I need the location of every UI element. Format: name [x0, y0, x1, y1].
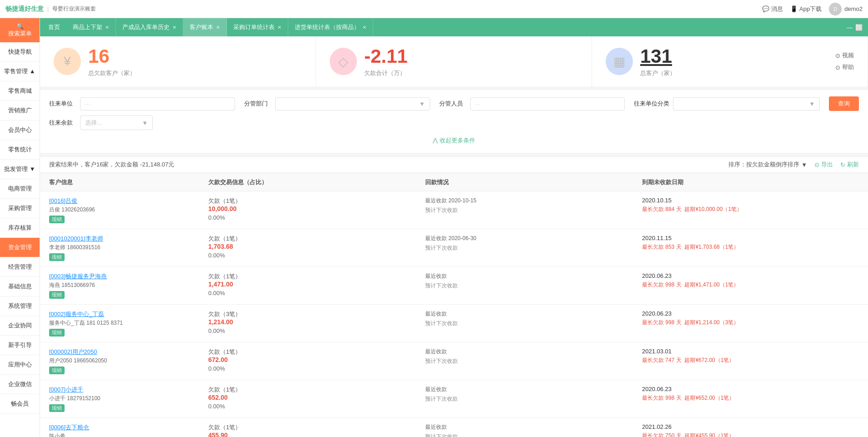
phone-icon: 📱	[790, 5, 798, 12]
sidebar-item-shangcheng[interactable]: 零售商城	[0, 81, 40, 101]
filter-select-bumen[interactable]: ▼	[275, 97, 430, 111]
refresh-icon: ↻	[840, 161, 845, 168]
top-bar-left: 畅捷通好生意 | 母婴行业演示账套	[5, 5, 96, 13]
stats-row: ¥ 16 总欠款客户（家） ◇ -2.11 欠款合计（万）	[40, 36, 868, 86]
table-row: [0006]去下粮仓 陈小希 现销 欠款（1笔） 455.90 0.00% 最近…	[40, 418, 868, 437]
filter-select-yukuan[interactable]: 选择... ▼	[80, 116, 153, 130]
filter-label-bumen: 分管部门	[244, 100, 271, 108]
query-button[interactable]: 查询	[829, 96, 859, 111]
refresh-button[interactable]: ↻ 刷新	[840, 161, 859, 169]
overdue-link-2[interactable]: 超期¥1,471.00（1笔）	[684, 281, 739, 288]
tab-shangpin[interactable]: 商品上下架 ✕	[66, 18, 116, 36]
sidebar-item-changhui[interactable]: 畅会员	[0, 394, 40, 414]
due-overdue-5: 最长欠款 998 天 超期¥652.00（1笔）	[642, 394, 859, 402]
owe-desc-6: 欠款（1笔）	[208, 423, 425, 432]
sidebar-item-lingshoutj[interactable]: 零售统计	[0, 140, 40, 160]
overdue-link-0[interactable]: 超期¥10,000.00（1笔）	[684, 206, 742, 212]
due-overdue-0: 最长欠款 884 天 超期¥10,000.00（1笔）	[642, 206, 859, 213]
sidebar-item-qiye[interactable]: 企业协同	[0, 316, 40, 336]
customer-name-0[interactable]: [0016]吕俊	[49, 197, 208, 205]
customer-name-6[interactable]: [0006]去下粮仓	[49, 423, 208, 432]
overdue-link-5[interactable]: 超期¥652.00（1笔）	[684, 395, 734, 401]
return-cell-2: 最近收款 预计下次收款	[425, 272, 642, 290]
due-date-1: 2020.11.15	[642, 235, 859, 241]
owe-percent-2: 0.00%	[208, 290, 425, 296]
customer-cell-4: [000002]用户2050 用户2050 18665062050 现销	[49, 348, 208, 374]
due-date-6: 2021.02.26	[642, 423, 859, 430]
filter-fenguanrenyuan: 分管人员	[439, 97, 625, 111]
sidebar-item-yingxiao[interactable]: 营销推广	[0, 101, 40, 121]
tab-kehu[interactable]: 客户账本 ✕	[183, 18, 227, 36]
sidebar-search[interactable]: 🔍 搜索菜单	[0, 18, 40, 42]
customer-name-3[interactable]: [0002]服务中心_丁磊	[49, 310, 208, 318]
table-row: [0016]吕俊 吕俊 13026203696 现销 欠款（1笔） 10,000…	[40, 191, 868, 229]
tab-close-caigou[interactable]: ✕	[277, 25, 281, 30]
app-download-button[interactable]: 📱 App下载	[790, 5, 822, 13]
table-row: [0007]小进千 小进千 18279152100 现销 欠款（1笔） 652.…	[40, 380, 868, 418]
sidebar-item-lingshou[interactable]: 零售管理 ▲	[0, 62, 40, 81]
main-container: 🔍 搜索菜单 快捷导航 零售管理 ▲ 零售商城 营销推广 会员中心 零售统计 批…	[0, 18, 868, 437]
overdue-link-3[interactable]: 超期¥1,214.00（3笔）	[684, 319, 739, 326]
sidebar-item-xinshou[interactable]: 新手引导	[0, 336, 40, 355]
sidebar-item-pifa[interactable]: 批发管理 ▼	[0, 160, 40, 179]
return-next-6: 预计下次收款	[425, 433, 642, 437]
filter-fenguanbumon: 分管部门 ▼	[244, 97, 430, 111]
filter-select-fenlei[interactable]: ▼	[673, 97, 820, 111]
sidebar-item-kuaijie[interactable]: 快捷导航	[0, 42, 40, 62]
customer-name-5[interactable]: [0007]小进千	[49, 386, 208, 394]
user-menu-button[interactable]: D demo2	[829, 3, 863, 15]
sidebar-item-jichu[interactable]: 基础信息	[0, 277, 40, 296]
tab-close-shangpin[interactable]: ✕	[105, 25, 109, 30]
filter-row-1: 往来单位 分管部门 ▼ 分管人员	[49, 96, 859, 111]
sidebar-item-kucun[interactable]: 库存核算	[0, 218, 40, 238]
overdue-link-4[interactable]: 超期¥672.00（1笔）	[684, 357, 734, 363]
customer-name-2[interactable]: [0003]畅捷服务尹海燕	[49, 272, 208, 281]
owe-percent-1: 0.00%	[208, 252, 425, 259]
owe-cell-1: 欠款（1笔） 1,703.68 0.00%	[208, 235, 425, 259]
overdue-link-1[interactable]: 超期¥1,703.68（1笔）	[684, 244, 739, 250]
sidebar-item-caigou[interactable]: 采购管理	[0, 199, 40, 218]
tab-close-chanchenpin[interactable]: ✕	[172, 25, 176, 30]
video-button[interactable]: ⊙ 视频	[835, 51, 854, 60]
tab-close-jinhuo[interactable]: ✕	[362, 25, 366, 30]
due-overdue-3: 最长欠款 998 天 超期¥1,214.00（3笔）	[642, 319, 859, 326]
sidebar-item-weixin[interactable]: 企业微信	[0, 375, 40, 394]
sidebar-item-zijin[interactable]: 资金管理	[0, 238, 40, 257]
return-next-2: 预计下次收款	[425, 282, 642, 290]
tab-caigou[interactable]: 采购订单统计表 ✕	[227, 18, 288, 36]
filter-input-wanglai[interactable]	[80, 97, 235, 111]
logo-sub: 母婴行业演示账套	[52, 5, 96, 13]
customer-cell-5: [0007]小进千 小进千 18279152100 现销	[49, 386, 208, 412]
customer-phone-5: 小进千 18279152100	[49, 395, 208, 402]
collapse-bar[interactable]: ⋀ 收起更多条件	[49, 135, 859, 146]
sidebar-item-huiyuan[interactable]: 会员中心	[0, 121, 40, 140]
customer-name-1[interactable]: [0001020001]李老师	[49, 235, 208, 243]
tab-jinhuo[interactable]: 进货单统计表（按商品） ✕	[288, 18, 373, 36]
sort-select[interactable]: 排序：按欠款金额倒序排序 ▼	[728, 161, 807, 169]
tab-maximize-icon[interactable]: ⬜	[855, 24, 863, 31]
owe-amount-4: 672.00	[208, 356, 425, 363]
owe-percent-0: 0.00%	[208, 214, 425, 221]
help-button[interactable]: ⊙ 帮助	[835, 63, 854, 71]
customer-name-4[interactable]: [000002]用户2050	[49, 348, 208, 356]
sidebar-item-yingyong[interactable]: 应用中心	[0, 355, 40, 375]
customer-cell-6: [0006]去下粮仓 陈小希 现销	[49, 423, 208, 437]
export-button[interactable]: ⊙ 导出	[814, 161, 833, 169]
stat-card-info-customers: 131 总客户（家）	[640, 45, 676, 77]
customer-cell-3: [0002]服务中心_丁磊 服务中心_丁磊 181 0125 8371 现销	[49, 310, 208, 337]
tab-close-kehu[interactable]: ✕	[216, 25, 220, 30]
sidebar-item-jingying[interactable]: 经营管理	[0, 257, 40, 277]
tab-minimize-icon[interactable]: —	[847, 24, 853, 31]
results-info: 搜索结果中，客户16家，欠款金额 -21,148.07元	[49, 161, 174, 169]
overdue-link-6[interactable]: 超期¥455.90（1笔）	[684, 432, 734, 437]
owe-desc-1: 欠款（1笔）	[208, 235, 425, 243]
customer-phone-0: 吕俊 13026203696	[49, 206, 208, 214]
filter-input-renyuan[interactable]	[470, 97, 625, 111]
tab-chanchenpin[interactable]: 产成品入库单历史 ✕	[116, 18, 183, 36]
return-label-3: 最近收款	[425, 310, 642, 318]
message-button[interactable]: 💬 消息	[762, 5, 783, 13]
due-overdue-1: 最长欠款 853 天 超期¥1,703.68（1笔）	[642, 243, 859, 251]
sidebar-item-xitong[interactable]: 系统管理	[0, 296, 40, 316]
sidebar-item-dianshang[interactable]: 电商管理	[0, 179, 40, 199]
tab-home[interactable]: 首页	[42, 18, 66, 36]
